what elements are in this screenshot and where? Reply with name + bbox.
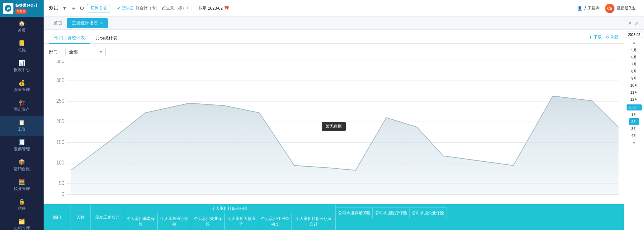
home-icon: 🏠 [18, 20, 25, 27]
th-gross-salary: 应发工资合计 [91, 204, 124, 230]
topbar-dropdown[interactable]: ▼ [62, 6, 67, 11]
sidebar-label-sales: 进销台账 [14, 166, 30, 172]
svg-text:100: 100 [56, 159, 64, 166]
th-personal-pension: 个人承担养老保险 [124, 213, 158, 230]
sales-icon: 📦 [18, 159, 25, 165]
sub-tab-monthly[interactable]: 月份统计表 [90, 33, 123, 44]
certified-badge: ✔ 已认证 [117, 5, 133, 11]
dept-filter-select[interactable]: 全部 部门一 部门二 [65, 48, 106, 56]
sidebar-item-sales[interactable]: 📦进销台账 [0, 155, 44, 175]
tab-home[interactable]: 首页 [49, 18, 67, 28]
month-7[interactable]: 7月 [628, 61, 640, 68]
sidebar-item-archive[interactable]: 🗂️归档管理 [0, 215, 44, 230]
sub-tab-dept[interactable]: 部门工资统计表 [49, 33, 90, 44]
topbar-status: ✔ 已认证 好会计（专）+好生意（标）+... [117, 5, 192, 11]
month-10[interactable]: 10月 [628, 82, 640, 89]
year-up-btn[interactable]: ▲ [631, 39, 638, 46]
ledger-icon: 📒 [18, 40, 25, 46]
funds-icon: 💰 [18, 80, 25, 86]
month-11[interactable]: 11月 [628, 89, 640, 96]
sidebar-item-assets[interactable]: 🏗️固定资产 [0, 96, 44, 116]
invoice-icon: 🧾 [18, 139, 25, 145]
accounting-type: 好会计（专）+好生意（标）+... [136, 5, 192, 11]
th-dept: 部门 [44, 204, 70, 230]
month-3[interactable]: 3月 [629, 125, 639, 132]
certified-icon: ✔ [117, 6, 120, 11]
current-year-months: 1月 2月 3月 4月 [629, 111, 639, 139]
month-12[interactable]: 12月 [628, 96, 640, 103]
add-icon[interactable]: ＋ [71, 4, 77, 12]
month-8[interactable]: 8月 [628, 68, 640, 75]
window-close-btn[interactable]: ✕ [628, 20, 632, 26]
sub-tab-actions: ⬇ 下载 ↻ 刷新 [589, 34, 619, 42]
sidebar-item-closing[interactable]: 🔒结账 [0, 195, 44, 215]
th-company-pension: 公司承担养老保险 [336, 208, 373, 219]
th-headcount: 人数 [70, 204, 91, 230]
month-2-active[interactable]: 2月 [629, 118, 639, 125]
bottom-table: 部门 人数 应发工资合计 个人承担社保公积金 个人承担养老保险 个人承担医疗保险 [44, 204, 624, 230]
window-maximize-btn[interactable]: ⤢ [635, 20, 639, 26]
month-6[interactable]: 6月 [628, 54, 640, 61]
support-btn[interactable]: 👤 人工咨询 [577, 5, 600, 11]
sidebar-item-tax[interactable]: 🧮税务管理 [0, 175, 44, 195]
year-down-btn[interactable]: ▼ [631, 139, 638, 146]
sidebar-nav: 🏠首页📒总账📊报表中心💰资金管理🏗️固定资产📋工资🧾发票管理📦进销台账🧮税务管理… [0, 17, 44, 230]
user-avatar: CE [605, 4, 614, 13]
tab-salary-label: 工资统计报表 [72, 20, 98, 26]
user-initials: CE [607, 6, 612, 10]
sub-tabs: 部门工资统计表 月份统计表 ⬇ 下载 ↻ 刷新 [44, 30, 624, 44]
salary-icon: 📋 [18, 119, 25, 126]
tab-salary-report[interactable]: 工资统计报表 ✕ [67, 18, 108, 28]
dept-filter-label: 部门： [49, 49, 62, 55]
month-4[interactable]: 4月 [629, 132, 639, 139]
support-icon: 👤 [577, 6, 582, 11]
sub-tab-monthly-label: 月份统计表 [96, 35, 117, 40]
th-personal-major-medical: 个人承担大额医疗 [225, 213, 258, 230]
tax-icon: 🧮 [18, 179, 25, 185]
app-logo-icon: 好 [3, 3, 13, 14]
svg-text:150: 150 [56, 139, 64, 145]
sidebar-label-reports: 报表中心 [14, 67, 30, 73]
sidebar-label-invoice: 发票管理 [14, 146, 30, 152]
sidebar-label-assets: 固定资产 [14, 107, 30, 112]
gear-icon[interactable]: ⚙ [79, 5, 84, 11]
th-company-cols: 公司承担养老保险 公司承担医疗保险 公司承担失业保险 [336, 208, 446, 219]
month-5[interactable]: 5月 [628, 47, 640, 54]
period-label: 账期 [199, 5, 207, 11]
user-menu[interactable]: CE 轻捷通B迅... [605, 4, 639, 13]
switch-old-btn[interactable]: 切到旧版 [87, 4, 110, 12]
download-icon: ⬇ [589, 35, 592, 40]
sidebar-item-funds[interactable]: 💰资金管理 [0, 76, 44, 96]
svg-text:250: 250 [56, 98, 64, 104]
calendar-icon[interactable]: 📅 [224, 6, 229, 11]
tab-close-icon[interactable]: ✕ [100, 21, 103, 25]
dropdown-arrow-icon: ▼ [62, 6, 67, 11]
refresh-btn[interactable]: ↻ 刷新 [606, 34, 619, 40]
sidebar-item-invoice[interactable]: 🧾发票管理 [0, 136, 44, 155]
sidebar-item-reports[interactable]: 📊报表中心 [0, 56, 44, 76]
topbar: 测试 ▼ ＋ ⚙ 切到旧版 ✔ 已认证 好会计（专）+好生意（标）+... 账期… [44, 0, 644, 17]
chart-svg: 0 50 100 150 200 250 300 350 [49, 60, 619, 204]
content-area: 部门工资统计表 月份统计表 ⬇ 下载 ↻ 刷新 [44, 30, 644, 230]
th-company-group: 公司承担养老保险 公司承担医疗保险 公司承担失业保险 [336, 204, 446, 230]
app-name: 畅捷通好会计 [15, 3, 38, 8]
chart-area: 0 50 100 150 200 250 300 350 [44, 60, 624, 204]
month-9[interactable]: 9月 [628, 75, 640, 82]
reports-icon: 📊 [18, 60, 25, 66]
date-picker-input[interactable] [626, 32, 643, 38]
tab-home-label: 首页 [54, 20, 62, 26]
th-personal-group: 个人承担社保公积金 个人承担养老保险 个人承担医疗保险 个人承担失业保险 个人承… [124, 204, 336, 230]
sidebar-item-salary[interactable]: 📋工资 [0, 116, 44, 136]
current-year-label[interactable]: 2023年 [627, 104, 641, 110]
sub-tab-dept-label: 部门工资统计表 [54, 35, 85, 40]
sidebar-logo: 好 畅捷通好会计 专业版 [0, 0, 44, 17]
sidebar-item-ledger[interactable]: 📒总账 [0, 37, 44, 56]
svg-text:0: 0 [62, 191, 64, 197]
refresh-icon: ↻ [606, 35, 609, 40]
download-btn[interactable]: ⬇ 下载 [589, 34, 602, 40]
closing-icon: 🔒 [18, 198, 25, 205]
topbar-right: 👤 人工咨询 CE 轻捷通B迅... [577, 4, 639, 13]
user-name: 轻捷通B迅... [616, 5, 639, 11]
month-1[interactable]: 1月 [629, 111, 639, 118]
sidebar-item-home[interactable]: 🏠首页 [0, 17, 44, 37]
